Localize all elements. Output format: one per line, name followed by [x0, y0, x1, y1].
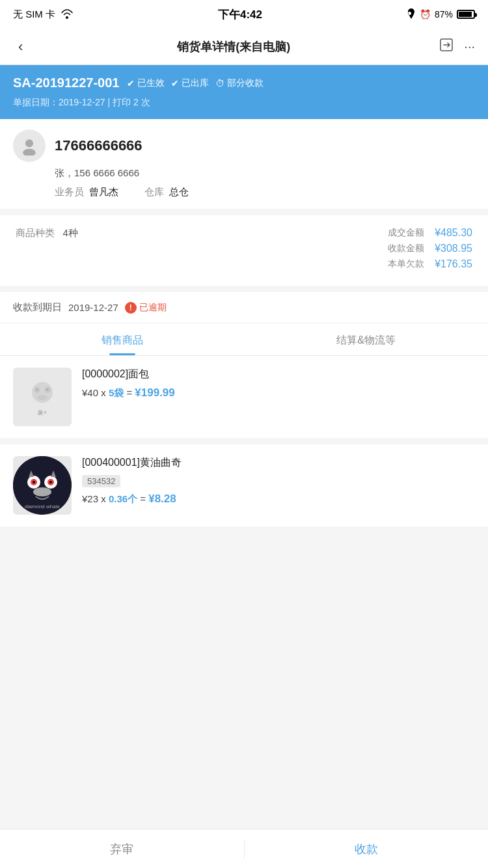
sales-value: 曾凡杰: [89, 186, 118, 197]
deal-amount-row: 成交金额 ¥485.30: [388, 227, 472, 239]
collect-label: 收款: [355, 841, 378, 857]
product-price-row-2: ¥23 x 0.36个 = ¥8.28: [82, 493, 475, 506]
product-name-1: [0000002]面包: [82, 368, 475, 381]
product-qty-2: 0.36个: [109, 493, 137, 504]
nav-actions: ···: [439, 38, 475, 55]
collect-button[interactable]: 收款: [245, 830, 489, 868]
status-right: ⏰ 87%: [407, 8, 475, 21]
svg-point-17: [49, 481, 52, 483]
svg-point-1: [25, 139, 33, 147]
deal-amount-label: 成交金额: [388, 227, 424, 239]
status-left: 无 SIM 卡: [13, 8, 74, 21]
status-partial-label: 部分收款: [227, 77, 264, 89]
warehouse-meta: 仓库 总仓: [144, 186, 189, 198]
location-icon: [407, 8, 416, 21]
bottom-bar: 弃审 收款: [0, 829, 488, 868]
nav-bar: ‹ 销货单详情(来自电脑) ···: [0, 29, 488, 65]
product-thumb-1: 象+: [13, 368, 72, 426]
customer-name: 张，156 6666 6666: [55, 167, 475, 180]
avatar: [13, 129, 46, 162]
back-button[interactable]: ‹: [13, 33, 28, 61]
reject-label: 弃审: [110, 841, 133, 857]
received-amount-value: ¥308.95: [435, 243, 472, 254]
svg-text:象+: 象+: [38, 409, 47, 416]
svg-point-7: [36, 388, 38, 391]
customer-meta: 业务员 曾凡杰 仓库 总仓: [55, 186, 475, 198]
carrier-text: 无 SIM 卡: [13, 8, 55, 21]
product-qty-1: 5袋: [109, 387, 124, 398]
clock-icon: ⏱: [215, 78, 224, 88]
reject-button[interactable]: 弃审: [0, 830, 244, 868]
product-card-1: 象+ [0000002]面包 ¥40 x 5袋 = ¥199.99: [0, 356, 488, 438]
overdue-text: 已逾期: [139, 302, 167, 314]
svg-text:diamond whale: diamond whale: [25, 504, 60, 509]
sales-label: 业务员: [55, 186, 84, 197]
svg-point-2: [23, 149, 36, 156]
product-info-1: [0000002]面包 ¥40 x 5袋 = ¥199.99: [82, 368, 475, 400]
product-price-1: ¥40 x: [82, 387, 109, 398]
product-list: 象+ [0000002]面包 ¥40 x 5袋 = ¥199.99: [0, 356, 488, 585]
tab-sales-products[interactable]: 销售商品: [0, 323, 244, 355]
product-total-1: ¥199.99: [135, 387, 174, 399]
product-sep-1: =: [124, 387, 135, 398]
order-banner: SA-20191227-001 ✔ 已生效 ✔ 已出库 ⏱ 部分收款 单据日期：…: [0, 65, 488, 119]
product-types-value: 4种: [63, 227, 78, 238]
customer-section: 17666666666 张，156 6666 6666 业务员 曾凡杰 仓库 总…: [0, 119, 488, 209]
product-card-2: diamond whale [000400001]黄油曲奇 534532 ¥23…: [0, 444, 488, 526]
product-name-2: [000400001]黄油曲奇: [82, 456, 475, 470]
sales-meta: 业务员 曾凡杰: [55, 186, 118, 198]
product-info-2: [000400001]黄油曲奇 534532 ¥23 x 0.36个 = ¥8.…: [82, 456, 475, 506]
stats-left: 商品种类 4种: [16, 227, 78, 242]
due-date-value: 2019-12-27: [68, 302, 118, 313]
status-bar: 无 SIM 卡 下午4:42 ⏰ 87%: [0, 0, 488, 29]
battery-percent: 87%: [435, 9, 453, 20]
status-time: 下午4:42: [218, 7, 262, 22]
product-price-2: ¥23 x: [82, 493, 109, 504]
warehouse-value: 总仓: [169, 186, 189, 197]
deal-amount-value: ¥485.30: [435, 227, 472, 239]
status-shipped: ✔ 已出库: [171, 77, 209, 89]
stats-section: 商品种类 4种 成交金额 ¥485.30 收款金额 ¥308.95 本单欠款 ¥…: [0, 215, 488, 286]
overdue-badge: ! 已逾期: [125, 302, 167, 314]
tab-sales-products-label: 销售商品: [102, 334, 143, 346]
product-thumb-2: diamond whale: [13, 456, 72, 515]
owl-image: diamond whale: [13, 456, 72, 515]
status-effective-label: 已生效: [137, 77, 165, 89]
owed-amount-value: ¥176.35: [435, 258, 472, 270]
svg-point-8: [46, 388, 49, 391]
status-partial: ⏱ 部分收款: [215, 77, 264, 89]
customer-phone: 17666666666: [55, 137, 142, 154]
svg-point-16: [33, 481, 35, 483]
product-sep-2: =: [137, 493, 148, 504]
wifi-icon: [61, 8, 74, 21]
svg-point-18: [33, 487, 51, 496]
warehouse-label: 仓库: [144, 186, 164, 197]
share-button[interactable]: [439, 38, 454, 55]
alarm-icon: ⏰: [420, 9, 431, 20]
tab-settlement-label: 结算&物流等: [336, 334, 396, 346]
owed-amount-label: 本单欠款: [388, 258, 424, 270]
customer-row: 17666666666: [13, 129, 475, 162]
due-date-section: 收款到期日 2019-12-27 ! 已逾期: [0, 292, 488, 323]
received-amount-row: 收款金额 ¥308.95: [388, 243, 472, 254]
order-banner-top: SA-20191227-001 ✔ 已生效 ✔ 已出库 ⏱ 部分收款: [13, 75, 475, 90]
product-tag-2: 534532: [82, 475, 120, 487]
order-id: SA-20191227-001: [13, 75, 119, 90]
received-amount-label: 收款金额: [388, 243, 424, 254]
product-price-row-1: ¥40 x 5袋 = ¥199.99: [82, 387, 475, 400]
owed-amount-row: 本单欠款 ¥176.35: [388, 258, 472, 270]
battery-icon: [457, 10, 475, 19]
status-shipped-label: 已出库: [182, 77, 209, 89]
more-button[interactable]: ···: [464, 39, 475, 54]
product-types-label: 商品种类: [16, 227, 55, 238]
status-badges: ✔ 已生效 ✔ 已出库 ⏱ 部分收款: [127, 77, 264, 89]
product-total-2: ¥8.28: [148, 493, 176, 505]
product-types-row: 商品种类 4种: [16, 227, 78, 239]
check-icon-2: ✔: [171, 78, 179, 88]
stats-right: 成交金额 ¥485.30 收款金额 ¥308.95 本单欠款 ¥176.35: [388, 227, 472, 274]
tab-settlement[interactable]: 结算&物流等: [244, 323, 488, 355]
nav-title: 销货单详情(来自电脑): [177, 39, 290, 55]
status-effective: ✔ 已生效: [127, 77, 165, 89]
due-date-label: 收款到期日: [13, 301, 62, 314]
svg-point-9: [37, 395, 47, 400]
